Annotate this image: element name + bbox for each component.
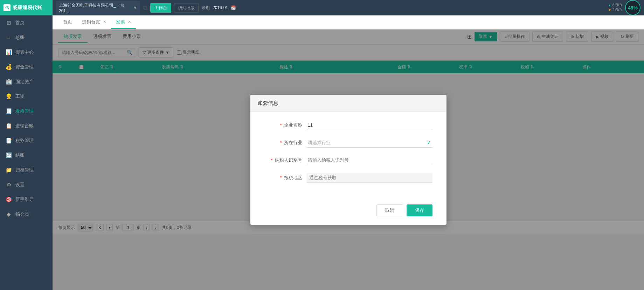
logo-text: 畅康通易代账 <box>13 5 42 11</box>
sidebar-item-invoice[interactable]: 🧾 发票管理 <box>0 104 53 119</box>
main-content: 上海卯金刀电子科技有限公司_（台201... ▼ ⧉ 工作台 切到旧版 账期 2… <box>53 0 644 290</box>
sidebar-item-label: 发票管理 <box>15 108 34 114</box>
sidebar-item-home[interactable]: ⊞ 首页 <box>0 15 53 30</box>
sidebar-item-label: 设置 <box>15 182 25 188</box>
period-label: 账期 <box>201 5 210 11</box>
dialog-overlay: 账套信息 * 企业名称 * 所在行业 <box>53 29 644 290</box>
period-info: 账期 2016-01 📅 <box>201 5 236 11</box>
speed-circle: 49% <box>625 0 640 15</box>
speed-percent: 49% <box>628 5 638 11</box>
tax-id-input[interactable] <box>306 155 432 165</box>
tab-bar: 首页 进销台账 ✕ 发票 ✕ <box>53 15 644 29</box>
sales-ledger-icon: 📋 <box>6 123 12 129</box>
sidebar-item-tax[interactable]: 📑 税务管理 <box>0 133 53 148</box>
industry-label: * 所在行业 <box>264 140 306 146</box>
funds-icon: 💰 <box>6 64 12 70</box>
company-selector[interactable]: 上海卯金刀电子科技有限公司_（台201... ▼ <box>56 1 140 15</box>
topbar: 上海卯金刀电子科技有限公司_（台201... ▼ ⧉ 工作台 切到旧版 账期 2… <box>53 0 644 15</box>
topbar-right: ▲ 8.5K/s ▼ 2.6K/s 49% <box>608 0 640 15</box>
company-name-input[interactable] <box>306 120 432 130</box>
salary-icon: 👷 <box>6 93 12 100</box>
tax-region-input <box>306 173 432 183</box>
archive-icon: 📁 <box>6 167 12 173</box>
sidebar-item-label: 进销台账 <box>15 123 34 129</box>
period-value: 2016-01 <box>213 5 228 10</box>
sidebar-item-label: 归档管理 <box>15 167 34 173</box>
assets-icon: 🏢 <box>6 79 12 85</box>
sidebar-item-member[interactable]: ◆ 畅会员 <box>0 207 53 222</box>
company-dropdown-icon: ▼ <box>133 5 137 10</box>
sidebar-item-label: 工资 <box>15 93 25 100</box>
tab-close-icon[interactable]: ✕ <box>103 20 106 24</box>
sidebar-item-close[interactable]: 🔄 结账 <box>0 148 53 163</box>
tab-sales-ledger[interactable]: 进销台账 ✕ <box>77 16 111 29</box>
tab-sales-ledger-label: 进销台账 <box>82 19 100 25</box>
sidebar-item-label: 畅会员 <box>15 211 29 217</box>
sidebar-item-funds[interactable]: 💰 资金管理 <box>0 60 53 74</box>
sidebar: 代 畅康通易代账 ⊞ 首页 ≡ 总账 📊 报表中心 💰 资金管理 🏢 固定资产 … <box>0 0 53 290</box>
logo: 代 畅康通易代账 <box>0 0 53 15</box>
required-marker-4: * <box>280 175 282 180</box>
industry-select[interactable]: 请选择行业 <box>306 138 432 147</box>
tab-home-label: 首页 <box>63 19 72 25</box>
tab-home[interactable]: 首页 <box>58 16 77 29</box>
required-marker-2: * <box>280 140 282 145</box>
sidebar-item-label: 报表中心 <box>15 49 34 55</box>
sidebar-item-label: 结账 <box>15 152 25 159</box>
required-marker-3: * <box>271 157 273 163</box>
logo-icon: 代 <box>4 4 11 11</box>
sidebar-item-sales-ledger[interactable]: 📋 进销台账 <box>0 119 53 133</box>
sidebar-item-guide[interactable]: 🎯 新手引导 <box>0 192 53 207</box>
sidebar-item-label: 总账 <box>15 34 25 41</box>
sidebar-item-label: 资金管理 <box>15 64 34 70</box>
sidebar-item-salary[interactable]: 👷 工资 <box>0 89 53 104</box>
member-icon: ◆ <box>6 211 12 217</box>
invoice-icon: 🧾 <box>6 108 12 114</box>
tab-invoice-label: 发票 <box>116 19 125 25</box>
switch-old-button[interactable]: 切到旧版 <box>174 3 199 13</box>
guide-icon: 🎯 <box>6 196 12 203</box>
company-name-label: * 企业名称 <box>264 122 306 128</box>
dialog-title: 账套信息 <box>257 100 278 106</box>
speed-values: ▲ 8.5K/s ▼ 2.6K/s <box>608 3 622 13</box>
speed-up: ▲ 8.5K/s <box>608 3 622 8</box>
ledger-icon: ≡ <box>6 35 12 41</box>
industry-select-wrapper: 请选择行业 ∨ <box>306 138 432 148</box>
content-area: 销项发票 进项发票 费用小票 ⊞ 取票 ▼ ≡ 批量操作 <box>53 29 644 290</box>
speed-down: ▼ 2.6K/s <box>608 8 622 13</box>
sidebar-item-settings[interactable]: ⚙ 设置 <box>0 177 53 192</box>
tax-icon: 📑 <box>6 137 12 144</box>
form-row-tax-region: * 报税地区 <box>264 173 432 183</box>
dialog-body: * 企业名称 * 所在行业 请选择行业 <box>250 112 446 199</box>
sidebar-item-reports[interactable]: 📊 报表中心 <box>0 45 53 60</box>
workbench-button[interactable]: 工作台 <box>150 3 171 13</box>
form-row-industry: * 所在行业 请选择行业 ∨ <box>264 138 432 148</box>
home-icon: ⊞ <box>6 20 12 26</box>
tab-invoice-close-icon[interactable]: ✕ <box>128 20 131 24</box>
sidebar-item-label: 首页 <box>15 20 25 26</box>
close-period-icon: 🔄 <box>6 152 12 159</box>
sidebar-item-label: 税务管理 <box>15 137 34 144</box>
dialog-header: 账套信息 <box>250 95 446 112</box>
required-marker: * <box>280 122 282 128</box>
tax-id-label: * 纳税人识别号 <box>264 157 306 163</box>
cancel-button[interactable]: 取消 <box>376 204 403 216</box>
sidebar-item-label: 固定资产 <box>15 79 34 85</box>
tax-region-label: * 报税地区 <box>264 175 306 181</box>
calendar-icon[interactable]: 📅 <box>231 5 236 10</box>
sidebar-item-assets[interactable]: 🏢 固定资产 <box>0 74 53 89</box>
company-copy-icon[interactable]: ⧉ <box>143 4 147 12</box>
form-row-company: * 企业名称 <box>264 120 432 130</box>
dialog-footer: 取消 保存 <box>250 199 446 225</box>
company-name: 上海卯金刀电子科技有限公司_（台201... <box>59 2 132 13</box>
sidebar-item-ledger[interactable]: ≡ 总账 <box>0 30 53 45</box>
save-button[interactable]: 保存 <box>407 204 432 216</box>
sidebar-item-archive[interactable]: 📁 归档管理 <box>0 163 53 177</box>
reports-icon: 📊 <box>6 49 12 55</box>
form-row-tax-id: * 纳税人识别号 <box>264 155 432 165</box>
account-info-dialog: 账套信息 * 企业名称 * 所在行业 <box>250 95 446 225</box>
sidebar-item-label: 新手引导 <box>15 196 34 203</box>
tab-invoice[interactable]: 发票 ✕ <box>111 16 136 29</box>
settings-icon: ⚙ <box>6 182 12 188</box>
